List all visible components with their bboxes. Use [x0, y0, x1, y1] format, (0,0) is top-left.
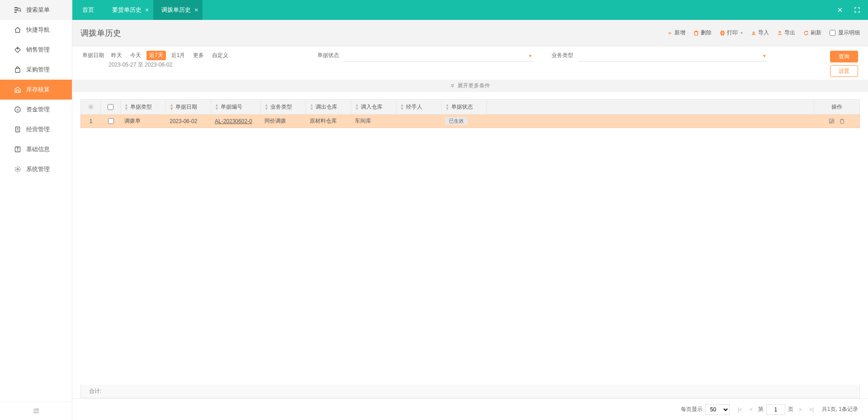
sidebar-item-basic-info[interactable]: 基础信息	[0, 139, 72, 159]
column-settings-button[interactable]	[81, 100, 101, 114]
pagination-summary: 共1页, 1条记录	[822, 406, 858, 413]
date-range-text: 2023-05-27 至 2023-06-02	[108, 61, 231, 69]
svg-line-4	[20, 10, 21, 11]
tab-home[interactable]: 首页	[72, 0, 104, 20]
prev-page-button[interactable]: <	[748, 406, 755, 414]
last-page-button[interactable]: >|	[807, 406, 816, 414]
warehouse-icon	[14, 86, 22, 93]
row-delete-button[interactable]	[839, 118, 845, 124]
per-page-select[interactable]: 50	[705, 404, 730, 415]
show-detail-checkbox[interactable]: 显示明细	[830, 29, 860, 37]
svg-rect-10	[16, 127, 20, 132]
th-status[interactable]: ▲▼单据状态	[442, 100, 487, 114]
fullscreen-button[interactable]	[849, 0, 865, 20]
sidebar-collapse-button[interactable]	[0, 402, 72, 420]
tab-request-history[interactable]: 要货单历史 ×	[104, 0, 153, 20]
export-button[interactable]: 导出	[777, 29, 795, 37]
expand-filters-button[interactable]: 展开更多条件	[72, 80, 868, 91]
plus-icon: ＋	[667, 29, 673, 37]
sidebar-item-label: 系统管理	[26, 165, 50, 173]
sidebar-item-label: 快捷导航	[26, 26, 50, 34]
sidebar-item-operation[interactable]: 经营管理	[0, 119, 72, 139]
close-icon[interactable]: ×	[194, 7, 198, 13]
svg-rect-7	[16, 90, 19, 92]
table-header: ▲▼单据类型 ▲▼单据日期 ▲▼单据编号 ▲▼业务类型 ▲▼调出仓库 ▲▼调入仓…	[80, 99, 860, 115]
sidebar: 搜索菜单 快捷导航 销售管理 采购管理 库存核算	[0, 0, 72, 420]
row-checkbox[interactable]	[101, 115, 121, 128]
select-all-checkbox[interactable]	[101, 100, 121, 114]
svg-point-17	[17, 169, 19, 170]
date-chip-yesterday[interactable]: 昨天	[108, 51, 125, 60]
tabs-close-all-button[interactable]	[832, 0, 848, 20]
per-page-label: 每页显示	[681, 406, 703, 413]
svg-rect-31	[840, 120, 844, 124]
sidebar-item-quick-nav[interactable]: 快捷导航	[0, 20, 72, 40]
cell-type: 调拨单	[121, 115, 166, 128]
print-button[interactable]: 打印 ▾	[720, 29, 743, 37]
action-label: 导入	[758, 29, 769, 37]
date-chip-custom[interactable]: 自定义	[209, 51, 231, 60]
action-label: 删除	[701, 29, 712, 37]
th-in[interactable]: ▲▼调入仓库	[351, 100, 396, 114]
sidebar-item-system[interactable]: 系统管理	[0, 159, 72, 179]
pagination: 每页显示 50 |< < 第 页 > >| 共1页, 1条记录	[72, 398, 868, 420]
th-handler[interactable]: ▲▼经手人	[396, 100, 442, 114]
filter-biztype-label: 业务类型	[552, 51, 573, 59]
close-icon[interactable]: ×	[145, 7, 149, 13]
cell-status: 已生效	[442, 115, 487, 128]
footer-total-label: 合计:	[81, 387, 109, 395]
sidebar-item-finance[interactable]: ¥ 资金管理	[0, 100, 72, 119]
date-chip-more[interactable]: 更多	[190, 51, 207, 60]
date-chip-today[interactable]: 今天	[127, 51, 144, 60]
trash-icon	[693, 30, 699, 36]
bag-icon	[14, 66, 22, 73]
svg-rect-28	[722, 33, 724, 35]
action-label: 打印	[727, 29, 738, 37]
main: 首页 要货单历史 × 调拨单历史 × 调拨单历史	[72, 0, 868, 420]
date-chip-1month[interactable]: 近1月	[169, 51, 188, 60]
cell-out: 原材料仓库	[306, 115, 351, 128]
delete-button[interactable]: 删除	[693, 29, 712, 37]
tab-transfer-history[interactable]: 调拨单历史 ×	[153, 0, 203, 20]
th-type[interactable]: ▲▼单据类型	[121, 100, 166, 114]
sidebar-item-inventory[interactable]: 库存核算	[0, 80, 72, 100]
table-row[interactable]: 1 调拨单 2023-06-02 AL-20230602-0 同价调拨 原材料仓…	[80, 115, 860, 128]
cell-handler	[396, 115, 442, 128]
show-detail-input[interactable]	[830, 30, 835, 36]
import-button[interactable]: 导入	[751, 29, 769, 37]
filter-status-select[interactable]: ▾	[344, 51, 533, 62]
tabs-bar: 首页 要货单历史 × 调拨单历史 ×	[72, 0, 868, 20]
add-button[interactable]: ＋ 新增	[667, 29, 685, 37]
svg-point-5	[17, 48, 18, 49]
date-chip-7days[interactable]: 近7天	[146, 51, 166, 60]
sidebar-item-search-menu[interactable]: 搜索菜单	[0, 0, 72, 20]
sidebar-item-purchase[interactable]: 采购管理	[0, 60, 72, 80]
filter-bar: 单据日期 昨天 今天 近7天 近1月 更多 自定义 2023-05-27 至 2…	[72, 46, 868, 92]
clipboard-icon	[14, 126, 22, 133]
refresh-button[interactable]: 刷新	[803, 29, 821, 37]
page-header: 调拨单历史 ＋ 新增 删除 打印 ▾	[72, 20, 868, 46]
table-footer: 合计:	[80, 385, 860, 398]
sidebar-item-label: 搜索菜单	[26, 6, 50, 14]
doc-code-link[interactable]: AL-20230602-0	[215, 118, 252, 124]
search-icon	[14, 6, 22, 14]
query-button[interactable]: 查询	[830, 51, 858, 62]
page-number-input[interactable]	[766, 404, 785, 415]
cell-code: AL-20230602-0	[211, 115, 261, 128]
info-icon	[14, 146, 22, 153]
cell-date: 2023-06-02	[166, 115, 211, 128]
next-page-button[interactable]: >	[797, 406, 804, 414]
sidebar-item-label: 基础信息	[26, 145, 50, 153]
sidebar-item-sales[interactable]: 销售管理	[0, 40, 72, 60]
th-code[interactable]: ▲▼单据编号	[211, 100, 261, 114]
action-label: 显示明细	[838, 29, 860, 37]
settings-button[interactable]: 设置	[830, 65, 858, 77]
svg-text:¥: ¥	[16, 108, 19, 112]
th-date[interactable]: ▲▼单据日期	[166, 100, 211, 114]
th-out[interactable]: ▲▼调出仓库	[306, 100, 351, 114]
row-edit-button[interactable]	[829, 118, 835, 124]
th-biz[interactable]: ▲▼业务类型	[261, 100, 306, 114]
action-label: 导出	[784, 29, 795, 37]
filter-biztype-select[interactable]: ▾	[578, 51, 768, 62]
first-page-button[interactable]: |<	[736, 406, 744, 414]
